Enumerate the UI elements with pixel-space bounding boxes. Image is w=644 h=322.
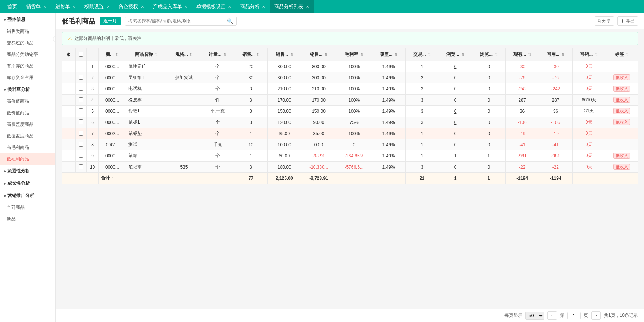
browse1-link[interactable]: 0 (454, 120, 457, 125)
checkbox-cell[interactable] (76, 95, 87, 106)
row-checkbox[interactable] (79, 64, 83, 68)
close-icon[interactable]: ✕ (72, 4, 76, 9)
browse1-cell[interactable]: 0 (439, 162, 472, 173)
sidebar-item-low-margin[interactable]: 低毛利商品 (0, 153, 55, 165)
row-checkbox[interactable] (79, 153, 83, 158)
browse1-link[interactable]: 0 (454, 98, 457, 103)
th-browse2[interactable]: 浏览... ⇅ (472, 48, 506, 61)
nav-permissions[interactable]: 权限设置 ✕ (80, 0, 114, 13)
row-checkbox[interactable] (79, 131, 83, 136)
nav-product-analysis[interactable]: 商品分析 ✕ (236, 0, 270, 13)
row-checkbox[interactable] (79, 108, 83, 113)
th-browse1[interactable]: 浏览... ⇅ (439, 48, 472, 61)
browse1-cell[interactable]: 0 (439, 61, 472, 72)
sidebar-item-low-value[interactable]: 低价值商品 (0, 107, 55, 119)
th-unit[interactable]: 计量... ⇅ (201, 48, 234, 61)
close-icon[interactable]: ✕ (306, 4, 309, 9)
sidebar-item-new-goods[interactable]: 新品 (0, 213, 55, 225)
th-trade[interactable]: 交易... ⇅ (405, 48, 439, 61)
row-checkbox[interactable] (79, 142, 83, 147)
browse1-link[interactable]: 0 (454, 86, 457, 92)
sidebar-item-high-value[interactable]: 高价值商品 (0, 96, 55, 107)
nav-product-analysis-list[interactable]: 商品分析列表 ✕ (270, 0, 314, 13)
browse1-link[interactable]: 0 (454, 131, 457, 136)
th-spec[interactable]: 规格... ⇅ (167, 48, 201, 61)
close-icon[interactable]: ✕ (43, 4, 47, 9)
browse1-cell[interactable]: 0 (439, 95, 472, 106)
search-icon[interactable]: 🔍 (227, 18, 233, 24)
sidebar-item-in-stock[interactable]: 有库存的商品 (0, 60, 55, 72)
th-code[interactable]: 商... ⇅ (99, 48, 126, 61)
th-checkbox[interactable] (76, 48, 87, 61)
close-icon[interactable]: ✕ (106, 4, 110, 9)
nav-template[interactable]: 单据模板设置 ✕ (192, 0, 236, 13)
time-filter-button[interactable]: 近一月 (100, 17, 121, 25)
sidebar-item-high-coverage[interactable]: 高覆盖度商品 (0, 119, 55, 130)
share-button[interactable]: ⎗ 分享 (595, 16, 614, 26)
page-size-select[interactable]: 50 100 200 (525, 312, 544, 320)
browse1-cell[interactable]: 0 (439, 117, 472, 128)
th-gross[interactable]: 毛利率 ⇅ (336, 48, 372, 61)
browse1-cell[interactable]: 0 (439, 128, 472, 139)
browse1-cell[interactable]: 1 (439, 150, 472, 162)
checkbox-cell[interactable] (76, 117, 87, 128)
close-icon[interactable]: ✕ (228, 4, 231, 9)
browse1-cell[interactable]: 0 (439, 106, 472, 117)
checkbox-cell[interactable] (76, 106, 87, 117)
prev-page-button[interactable]: ＜ (547, 311, 557, 320)
sidebar-group-marketing[interactable]: ▾ 营销推广分析 (0, 189, 55, 202)
checkbox-cell[interactable] (76, 162, 87, 173)
row-checkbox[interactable] (79, 97, 83, 102)
th-sale1[interactable]: 销售... ⇅ (234, 48, 268, 61)
sidebar-group-overview[interactable]: ▾ 整体信息 (0, 13, 55, 26)
checkbox-cell[interactable] (76, 150, 87, 162)
close-icon[interactable]: ✕ (262, 4, 265, 9)
checkbox-cell[interactable] (76, 72, 87, 83)
checkbox-cell[interactable] (76, 128, 87, 139)
sidebar-item-high-margin[interactable]: 高毛利商品 (0, 142, 55, 153)
th-name[interactable]: 商品名称 ⇅ (126, 48, 167, 61)
select-all-checkbox[interactable] (79, 52, 83, 57)
sidebar-item-stock-funds[interactable]: 库存资金占用 (0, 72, 55, 83)
close-icon[interactable]: ✕ (141, 4, 144, 9)
browse1-link[interactable]: 0 (454, 142, 457, 147)
browse1-cell[interactable]: 0 (439, 83, 472, 95)
row-checkbox[interactable] (79, 75, 83, 80)
next-page-button[interactable]: ＞ (591, 311, 601, 320)
sidebar-group-liquidity[interactable]: ▸ 流通性分析 (0, 165, 55, 177)
nav-roles[interactable]: 角色授权 ✕ (114, 0, 148, 13)
page-number-input[interactable] (567, 312, 581, 319)
browse1-cell[interactable]: 0 (439, 139, 472, 150)
th-settings[interactable]: ⚙ (62, 48, 76, 61)
sidebar-item-category-rate[interactable]: 商品分类助销率 (0, 49, 55, 60)
browse1-link[interactable]: 0 (454, 64, 457, 69)
th-sale3[interactable]: 销售... ⇅ (301, 48, 336, 61)
row-checkbox[interactable] (79, 86, 83, 91)
sidebar-item-traded-goods[interactable]: 交易过的商品 (0, 37, 55, 49)
nav-home[interactable]: 首页 (3, 0, 22, 13)
nav-product-entry[interactable]: 产成品入库单 ✕ (148, 0, 192, 13)
th-tag[interactable]: 标签 ⇅ (606, 48, 638, 61)
th-stock1[interactable]: 现有... ⇅ (506, 48, 539, 61)
checkbox-cell[interactable] (76, 83, 87, 95)
th-stock3[interactable]: 可销... ⇅ (572, 48, 606, 61)
checkbox-cell[interactable] (76, 139, 87, 150)
nav-purchase[interactable]: 进货单 ✕ (51, 0, 80, 13)
row-checkbox[interactable] (79, 164, 83, 169)
row-checkbox[interactable] (79, 119, 83, 124)
checkbox-cell[interactable] (76, 61, 87, 72)
browse1-link[interactable]: 0 (454, 109, 457, 114)
browse1-link[interactable]: 0 (454, 165, 457, 170)
close-icon[interactable]: ✕ (184, 4, 188, 9)
search-input[interactable] (128, 19, 227, 24)
browse1-link[interactable]: 1 (454, 153, 457, 159)
sidebar-group-growth[interactable]: ▸ 成长性分析 (0, 177, 55, 189)
sidebar-item-all-goods[interactable]: 全部商品 (0, 202, 55, 213)
browse1-link[interactable]: 0 (454, 75, 457, 80)
th-coverage[interactable]: 覆盖... ⇅ (372, 48, 406, 61)
nav-sales[interactable]: 销货单 ✕ (22, 0, 51, 13)
sidebar-item-sales-goods[interactable]: 销售类商品 (0, 26, 55, 37)
export-button[interactable]: ⬇ 导出 (617, 16, 638, 26)
browse1-cell[interactable]: 0 (439, 72, 472, 83)
th-stock2[interactable]: 可用... ⇅ (539, 48, 572, 61)
